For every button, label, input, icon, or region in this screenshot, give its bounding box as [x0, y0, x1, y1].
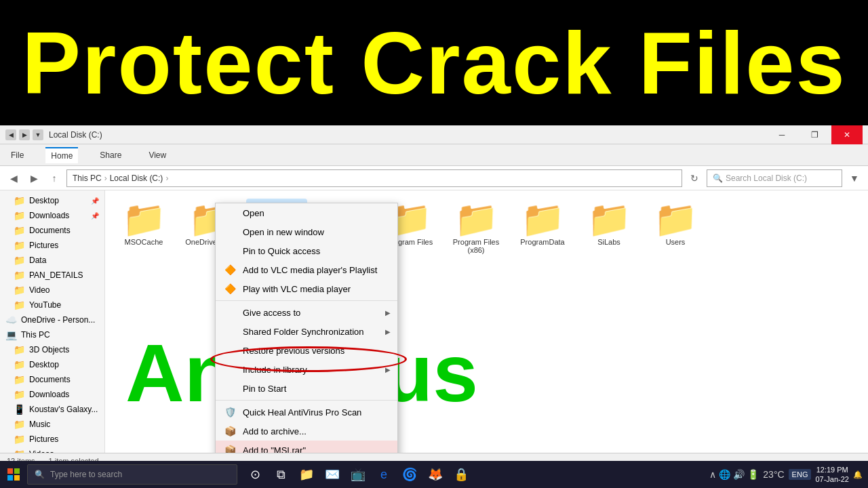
cm-add-archive[interactable]: 📦 Add to archive... [216, 422, 397, 441]
search-box[interactable]: 🔍 Search Local Disk (C:) [707, 169, 842, 187]
search-icon: 🔍 [35, 470, 45, 479]
sidebar-item-this-pc[interactable]: 💻 This PC [0, 327, 104, 342]
sidebar-item-data[interactable]: 📁 Data [0, 253, 104, 268]
maximize-button[interactable]: ❐ [799, 125, 830, 144]
cm-restore-versions[interactable]: Restore previous versions [216, 341, 397, 360]
folder-icon: 📁 [14, 434, 25, 445]
ribbon-tab-home[interactable]: Home [45, 147, 78, 163]
sidebar-item-video[interactable]: 📁 Video [0, 283, 104, 298]
cm-quickheal[interactable]: 🛡️ Quick Heal AntiVirus Pro Scan [216, 403, 397, 422]
folder-icon: 📁 [14, 374, 25, 385]
taskbar-chrome[interactable]: 🌀 [397, 461, 422, 488]
close-button[interactable]: ✕ [831, 125, 863, 144]
sidebar-label: Pictures [29, 434, 58, 444]
notification-button[interactable]: 🔔 [853, 470, 863, 479]
sidebar-label: Data [29, 256, 46, 265]
archive-icon: 📦 [224, 425, 236, 437]
cm-shared-folder-sync[interactable]: Shared Folder Synchronization [216, 322, 397, 341]
refresh-button[interactable]: ↻ [686, 170, 703, 186]
folder-msocache[interactable]: 📁 MSOCache [113, 199, 174, 257]
language-indicator[interactable]: ENG [789, 469, 812, 480]
title-overlay: Protect Crack Files [0, 0, 868, 125]
temperature-display: 23°C [763, 469, 784, 480]
tray-up-arrow[interactable]: ∧ [709, 469, 716, 480]
sidebar-label: PAN_DETAILS [29, 270, 83, 280]
forward-button[interactable]: ▶ [26, 170, 42, 186]
tray-battery: 🔋 [747, 469, 759, 480]
folder-icon: 📁 [122, 201, 166, 237]
separator2 [216, 400, 397, 401]
content-area: 📁 MSOCache 📁 OneDriveTemp 📁 📁 PerfLogs 📁… [105, 190, 868, 453]
tray-volume: 🔊 [733, 469, 745, 480]
start-button[interactable] [0, 461, 27, 488]
taskbar-vpn[interactable]: 🔒 [449, 461, 473, 488]
sidebar-item-galaxy[interactable]: 📱 Koustav's Galaxy... [0, 402, 104, 417]
sidebar-item-pictures-quick[interactable]: 📁 Pictures [0, 238, 104, 253]
sidebar-item-desktop-quick[interactable]: 📁 Desktop 📌 [0, 193, 104, 208]
sidebar-item-onedrive[interactable]: ☁️ OneDrive - Person... [0, 312, 104, 327]
cm-vlc-playlist[interactable]: 🔶 Add to VLC media player's Playlist [216, 260, 397, 279]
expand-button[interactable]: ▼ [846, 170, 863, 186]
folder-silabs[interactable]: 📁 SiLabs [578, 199, 639, 257]
sidebar-item-documents2[interactable]: 📁 Documents [0, 372, 104, 387]
tb-icon-3: ▼ [33, 129, 43, 140]
cm-pin-start[interactable]: Pin to Start [216, 379, 397, 398]
ribbon-tab-view[interactable]: View [143, 148, 172, 163]
sidebar-item-videos[interactable]: 📁 Videos [0, 447, 104, 453]
svg-rect-0 [7, 468, 13, 474]
cm-include-library[interactable]: Include in library [216, 360, 397, 379]
main-area: 📁 Desktop 📌 📁 Downloads 📌 📁 Documents 📁 … [0, 190, 868, 453]
sidebar-item-3d[interactable]: 📁 3D Objects [0, 342, 104, 357]
sidebar-item-youtube[interactable]: 📁 YouTube [0, 298, 104, 312]
sidebar-label: Documents [29, 375, 71, 384]
svg-rect-1 [14, 468, 20, 474]
sidebar-label: Video [29, 285, 50, 295]
cm-pin-quick[interactable]: Pin to Quick access [216, 241, 397, 260]
cm-open-new-window[interactable]: Open in new window [216, 222, 397, 241]
sidebar-item-pan[interactable]: 📁 PAN_DETAILS [0, 268, 104, 283]
taskbar-ie[interactable]: e [372, 461, 396, 488]
ribbon-tab-file[interactable]: File [5, 148, 29, 163]
sidebar-item-pictures2[interactable]: 📁 Pictures [0, 432, 104, 447]
taskbar-file-explorer[interactable]: 📁 [294, 461, 319, 488]
sidebar-item-music[interactable]: 📁 Music [0, 417, 104, 432]
taskbar-search[interactable]: 🔍 Type here to search [27, 464, 237, 485]
taskbar-cortana[interactable]: ⊙ [243, 461, 267, 488]
pin-start-icon [224, 382, 236, 394]
tb-icon-1: ◀ [5, 129, 16, 140]
taskbar-app1[interactable]: 📺 [346, 461, 370, 488]
sidebar-item-documents-quick[interactable]: 📁 Documents [0, 223, 104, 238]
pin-icon [224, 245, 236, 257]
ribbon-tab-share[interactable]: Share [94, 148, 127, 163]
address-path[interactable]: This PC › Local Disk (C:) › [66, 169, 682, 187]
rar-icon: 📦 [224, 444, 236, 453]
sidebar-item-desktop2[interactable]: 📁 Desktop [0, 357, 104, 372]
folder-icon: 📁 [14, 419, 25, 430]
sync-icon [224, 325, 236, 338]
open-icon [224, 207, 236, 219]
sidebar-label: Documents [29, 226, 71, 235]
pc-icon: 💻 [5, 329, 17, 340]
sidebar-item-downloads2[interactable]: 📁 Downloads [0, 387, 104, 402]
folder-icon: 📁 [14, 210, 25, 221]
taskbar-task-view[interactable]: ⧉ [269, 461, 293, 488]
folder-program-files-x86[interactable]: 📁 Program Files (x86) [446, 199, 507, 257]
sidebar-item-downloads-quick[interactable]: 📁 Downloads 📌 [0, 208, 104, 223]
window-title: Local Disk (C:) [49, 130, 766, 140]
cm-open[interactable]: Open [216, 203, 397, 222]
minimize-button[interactable]: ─ [766, 125, 797, 144]
clock: 12:19 PM 07-Jan-22 [815, 465, 849, 485]
back-button[interactable]: ◀ [5, 170, 22, 186]
folder-icon: 📁 [454, 201, 498, 237]
cm-vlc-play[interactable]: 🔶 Play with VLC media player [216, 279, 397, 298]
taskbar-mail[interactable]: ✉️ [320, 461, 344, 488]
up-button[interactable]: ↑ [46, 170, 62, 186]
folder-programdata[interactable]: 📁 ProgramData [512, 199, 573, 257]
cm-add-msi-rar[interactable]: 📦 Add to "MSI.rar" [216, 441, 397, 453]
taskbar-firefox[interactable]: 🦊 [423, 461, 448, 488]
cm-label: Quick Heal AntiVirus Pro Scan [243, 407, 361, 418]
folder-icon: 📁 [14, 240, 25, 251]
search-placeholder: Search Local Disk (C:) [726, 174, 807, 183]
cm-give-access[interactable]: Give access to [216, 303, 397, 322]
folder-users[interactable]: 📁 Users [645, 199, 706, 257]
